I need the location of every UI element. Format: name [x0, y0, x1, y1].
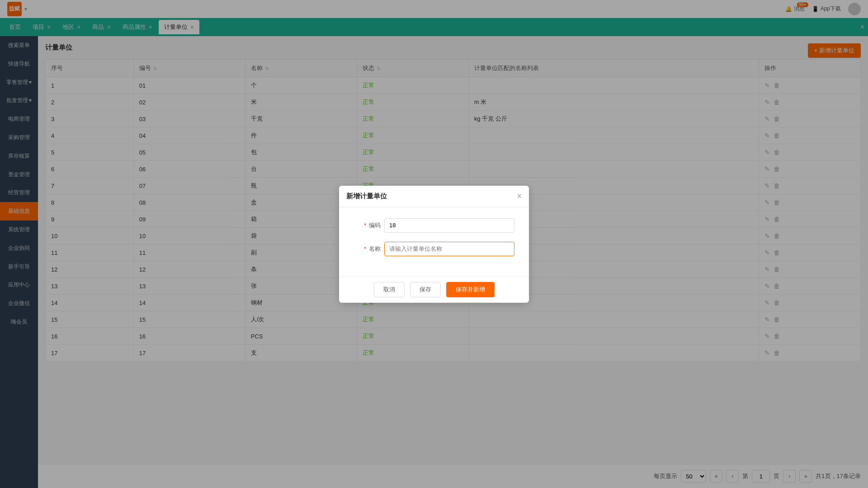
save-button[interactable]: 保存 [410, 282, 441, 297]
name-label: * 名称 [354, 245, 381, 253]
modal-footer: 取消 保存 保存并新增 [339, 276, 529, 303]
modal-close-button[interactable]: × [517, 192, 522, 200]
name-input[interactable] [384, 242, 514, 256]
save-new-button[interactable]: 保存并新增 [446, 282, 495, 297]
modal-title: 新增计量单位 [346, 192, 387, 201]
modal-add-unit: 新增计量单位 × * 编码 * 名称 取消 保存 保存并新增 [339, 186, 529, 303]
cancel-button[interactable]: 取消 [374, 282, 405, 297]
form-row-code: * 编码 [354, 218, 514, 233]
code-label: * 编码 [354, 221, 381, 230]
required-star-name: * [364, 245, 366, 252]
modal-overlay: 新增计量单位 × * 编码 * 名称 取消 保存 保存并新增 [0, 0, 868, 488]
modal-body: * 编码 * 名称 [339, 207, 529, 276]
form-row-name: * 名称 [354, 242, 514, 256]
required-star-code: * [364, 222, 366, 229]
code-input[interactable] [384, 218, 514, 233]
modal-header: 新增计量单位 × [339, 186, 529, 207]
